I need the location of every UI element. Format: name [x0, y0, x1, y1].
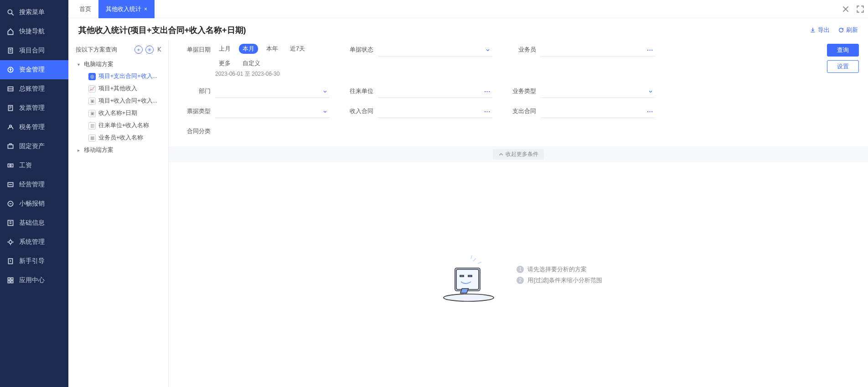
svg-rect-22	[460, 275, 464, 277]
svg-rect-11	[8, 220, 13, 225]
sidebar-item-system[interactable]: 系统管理	[0, 232, 68, 252]
tree-leaf[interactable]: ▥往来单位+收入名称	[80, 119, 165, 132]
sidebar-item-label: 小畅报销	[19, 200, 45, 208]
tree-leaf[interactable]: ▦业务员+收入名称	[80, 132, 165, 144]
sidebar-item-label: 税务管理	[19, 123, 45, 131]
sidebar-item-asset[interactable]: 固定资产	[0, 137, 68, 156]
sidebar-item-label: 应用中心	[19, 276, 45, 284]
sidebar-item-tax[interactable]: 税务管理	[0, 118, 68, 137]
select-input[interactable]	[215, 85, 330, 98]
query-button[interactable]: 查询	[827, 44, 859, 57]
date-chip[interactable]: 本月	[239, 44, 258, 54]
lookup-input[interactable]: ···	[541, 105, 655, 118]
close-icon[interactable]	[842, 5, 850, 13]
tree-group[interactable]: ▾电脑端方案	[74, 58, 165, 70]
date-range-label: 2023-06-01 至 2023-06-30	[215, 70, 330, 78]
tab-bar: 首页其他收入统计×	[68, 0, 868, 18]
sidebar-item-ledger[interactable]: 总账管理	[0, 79, 68, 98]
export-button[interactable]: 导出	[810, 26, 830, 34]
tab-label: 首页	[79, 5, 91, 12]
sidebar: 搜索菜单快捷导航项目合同资金管理总账管理发票管理税务管理固定资产工资经营管理小畅…	[0, 0, 68, 387]
tree-group-label: 电脑端方案	[84, 60, 114, 68]
date-chip[interactable]: 更多	[215, 58, 234, 68]
date-chip[interactable]: 近7天	[286, 44, 309, 54]
svg-rect-14	[8, 278, 10, 280]
tree-leaf-label: 项目+支出合同+收入...	[98, 72, 157, 80]
sidebar-item-biz[interactable]: 经营管理	[0, 175, 68, 194]
page-header: 其他收入统计(项目+支出合同+收入名称+日期) 导出 刷新	[68, 18, 868, 40]
sidebar-item-money[interactable]: 资金管理	[0, 60, 68, 79]
filter-status: 单据状态	[341, 44, 492, 78]
main-area: 首页其他收入统计× 其他收入统计(项目+支出合同+收入名称+日期) 导出	[68, 0, 868, 387]
filter-department: 部门	[178, 85, 330, 98]
lookup-input[interactable]: ···	[541, 44, 655, 57]
date-chip[interactable]: 自定义	[239, 58, 264, 68]
svg-point-19	[444, 294, 494, 301]
grid-icon: ▣	[88, 98, 96, 105]
filter-contract-category: 合同分类	[178, 125, 330, 138]
select-input[interactable]	[541, 85, 655, 98]
sidebar-item-invoice[interactable]: 发票管理	[0, 98, 68, 118]
empty-illustration-icon	[434, 245, 503, 304]
sidebar-item-info[interactable]: 基础信息	[0, 213, 68, 232]
chevron-icon: ▸	[78, 148, 82, 153]
svg-rect-23	[468, 275, 472, 277]
sidebar-item-label: 搜索菜单	[19, 8, 45, 16]
empty-state: 1 请先选择要分析的方案 2 用[过滤]条件来缩小分析范围	[169, 162, 868, 387]
svg-point-12	[9, 241, 12, 244]
step-2-badge: 2	[517, 277, 524, 284]
tab[interactable]: 其他收入统计×	[98, 0, 155, 18]
bar-icon: ▥	[88, 122, 96, 129]
lookup-input[interactable]: ···	[378, 85, 492, 98]
tab-close-icon[interactable]: ×	[144, 6, 147, 12]
grid-icon: ▣	[88, 110, 96, 117]
tree-group[interactable]: ▸移动端方案	[74, 144, 165, 156]
collapse-panel-icon[interactable]	[156, 46, 164, 53]
svg-rect-16	[8, 281, 10, 283]
sidebar-item-label: 快捷导航	[19, 27, 45, 36]
collapse-filters-bar[interactable]: 收起更多条件	[169, 146, 868, 162]
svg-point-8	[10, 165, 11, 166]
page-title: 其他收入统计(项目+支出合同+收入名称+日期)	[78, 25, 246, 36]
select-input[interactable]	[378, 44, 492, 57]
tree-leaf-label: 业务员+收入名称	[98, 134, 143, 142]
sidebar-item-label: 系统管理	[19, 238, 45, 246]
filter-label: 往来单位	[341, 85, 373, 95]
select-input[interactable]	[215, 105, 330, 118]
lookup-input[interactable]: ···	[378, 105, 492, 118]
tree-leaf[interactable]: ▣收入名称+日期	[80, 107, 165, 119]
tab-label: 其他收入统计	[106, 5, 141, 12]
tree-leaf-label: 往来单位+收入名称	[98, 122, 149, 129]
filter-label: 单据状态	[341, 44, 373, 54]
date-chip[interactable]: 上月	[215, 44, 234, 54]
sidebar-item-apps[interactable]: 应用中心	[0, 271, 68, 290]
tree-leaf[interactable]: 📈项目+其他收入	[80, 83, 165, 95]
fullscreen-icon[interactable]	[856, 5, 864, 13]
filter-label: 收入合同	[341, 105, 373, 115]
sidebar-item-label: 资金管理	[19, 66, 45, 74]
refresh-button[interactable]: 刷新	[838, 26, 858, 34]
settings-button[interactable]: 设置	[827, 60, 859, 73]
sidebar-item-reimburse[interactable]: 小畅报销	[0, 194, 68, 213]
add-scheme-icon[interactable]: +	[134, 46, 143, 54]
filter-label: 单据日期	[178, 44, 211, 54]
svg-rect-6	[8, 145, 13, 149]
svg-rect-1	[9, 48, 13, 53]
filter-and-result: 单据日期上月本月本年近7天更多自定义2023-06-01 至 2023-06-3…	[169, 40, 868, 387]
tree-leaf[interactable]: ◎项目+支出合同+收入...	[80, 70, 165, 83]
filter-label: 部门	[178, 85, 211, 95]
date-chip[interactable]: 本年	[263, 44, 282, 54]
filter-label: 支出合同	[503, 105, 536, 115]
sidebar-item-search[interactable]: 搜索菜单	[0, 3, 68, 22]
filter-date: 单据日期上月本月本年近7天更多自定义2023-06-01 至 2023-06-3…	[178, 44, 330, 78]
sidebar-item-home[interactable]: 快捷导航	[0, 22, 68, 41]
tree-leaf[interactable]: ▣项目+收入合同+收入...	[80, 95, 165, 107]
filter-expense-contract: 支出合同···	[503, 105, 655, 118]
svg-rect-4	[9, 105, 13, 110]
sidebar-item-guide[interactable]: 新手引导	[0, 252, 68, 271]
sidebar-item-salary[interactable]: 工资	[0, 156, 68, 175]
sidebar-item-doc[interactable]: 项目合同	[0, 41, 68, 60]
tab[interactable]: 首页	[72, 0, 98, 18]
manage-scheme-icon[interactable]	[145, 46, 154, 54]
empty-step-1: 请先选择要分析的方案	[527, 265, 587, 273]
